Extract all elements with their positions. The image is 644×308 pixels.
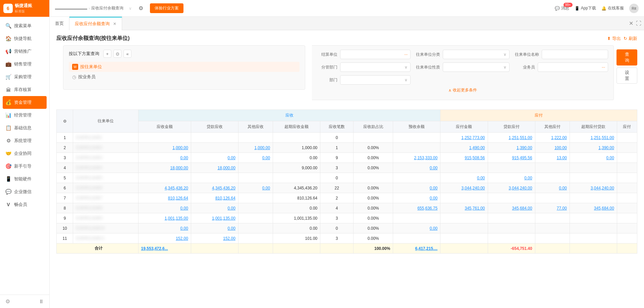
refresh-button[interactable]: ↻ 刷新	[624, 36, 637, 42]
dept-managed-input[interactable]: ∨	[340, 62, 411, 72]
settlement-unit-input[interactable]: ···	[340, 50, 411, 59]
sidebar-item-purchase[interactable]: 🛒 采购管理	[0, 71, 49, 83]
cell-num[interactable]: 0.00	[138, 153, 191, 163]
cell-num[interactable]: 0.00	[138, 203, 191, 213]
cell-num[interactable]: 915,508.56	[440, 153, 488, 163]
cell-advance[interactable]: 655,636.75	[393, 203, 440, 213]
online-service-btn[interactable]: 🔔 在线客服	[601, 5, 624, 11]
cell-num[interactable]: 345,684.00	[570, 203, 617, 213]
cell-num[interactable]: 1,251,551.00	[570, 133, 617, 143]
total-ar-advance[interactable]: 6,417,215....	[393, 244, 440, 254]
settings-bottom-icon[interactable]: ⚙	[5, 298, 10, 305]
cell-num[interactable]: 77.00	[535, 203, 570, 213]
cell-num[interactable]: 345,761.00	[440, 203, 488, 213]
close-window-icon[interactable]: ✕	[629, 20, 633, 27]
cell-num[interactable]: 13.00	[535, 153, 570, 163]
cell-num[interactable]: 1,490.00	[440, 143, 488, 153]
tab-home[interactable]: 首页	[50, 17, 69, 30]
cell-num[interactable]: 1,000.00	[238, 143, 273, 153]
sidebar-item-cooperation[interactable]: 🤝 企业协同	[0, 147, 49, 160]
cell-advance[interactable]: 0.00	[393, 193, 440, 203]
row-num: 3	[57, 153, 73, 163]
cell-advance[interactable]: 0.00	[393, 163, 440, 173]
setting-button[interactable]: 设置	[616, 68, 637, 84]
fullscreen-icon[interactable]: ⛶	[636, 20, 641, 27]
partner-name-input[interactable]	[542, 50, 608, 59]
tab-ar-balance[interactable]: 应收应付余额查询 ✕	[69, 17, 122, 30]
sidebar-item-smart-hw[interactable]: 📱 智能硬件	[0, 173, 49, 185]
cell-num[interactable]: 0.00	[488, 173, 535, 183]
cell-num[interactable]: 1,000.00	[138, 143, 191, 153]
tab-home-label: 首页	[55, 20, 64, 27]
cell-num[interactable]: 1,001,135.00	[138, 213, 191, 223]
cell-num[interactable]: 0.00	[238, 153, 273, 163]
vip-icon: V	[5, 202, 11, 207]
collapse-sidebar-icon[interactable]: ⏸	[39, 299, 44, 305]
export-button[interactable]: ⬆ 导出	[607, 36, 621, 42]
sidebar-item-quick-nav[interactable]: 🏠 快捷导航	[0, 32, 49, 45]
field-partner-name: 往来单位名称	[515, 50, 608, 59]
message-btn[interactable]: 💬 消息 99+	[555, 5, 569, 11]
cell-num[interactable]: 18,000.00	[138, 163, 191, 173]
salesman-input[interactable]: ···	[538, 62, 608, 72]
sidebar-item-wechat[interactable]: 💬 企业微信	[0, 185, 49, 198]
sidebar-item-guide[interactable]: 🎯 新手引导	[0, 160, 49, 173]
app-download-btn[interactable]: 📱 App下载	[575, 5, 596, 11]
gear-icon[interactable]: ⚙	[139, 5, 143, 11]
cell-num[interactable]: 0.00	[238, 183, 273, 193]
cell-num[interactable]: 0.00	[138, 223, 191, 233]
cell-num[interactable]: 345,684.00	[488, 203, 535, 213]
partner-nature-input[interactable]: ∨	[443, 62, 509, 72]
cell-num[interactable]: 810,126.64	[138, 193, 191, 203]
settings-scheme-btn[interactable]: ⊙	[113, 50, 121, 58]
partner-category-input[interactable]: ∨	[443, 50, 509, 59]
cell-num[interactable]: 152.00	[138, 233, 191, 244]
add-scheme-btn[interactable]: +	[103, 50, 111, 58]
sidebar-item-inventory[interactable]: 🏛 库存核算	[0, 83, 49, 96]
dept-input[interactable]: ∨	[340, 75, 411, 85]
user-avatar[interactable]: Rit	[629, 4, 639, 13]
cell-num[interactable]: 0.00	[570, 153, 617, 163]
sidebar-item-system[interactable]: ⚙ 系统管理	[0, 134, 49, 147]
cell-num[interactable]: 4,345,436.20	[138, 183, 191, 193]
query-button[interactable]: 查询	[616, 49, 637, 65]
cell-num[interactable]: 1,390.00	[570, 143, 617, 153]
cell-num[interactable]: 0.00	[535, 183, 570, 193]
total-ar-amount[interactable]: 19,553,472,6...	[138, 244, 191, 254]
table-settings-header[interactable]: ⚙	[57, 110, 73, 133]
cell-num[interactable]: 1,390.00	[488, 143, 535, 153]
cell-num[interactable]: 3,044,240.00	[488, 183, 535, 193]
sidebar-item-sales[interactable]: 💼 销售管理	[0, 58, 49, 71]
sidebar-item-finance[interactable]: 💰 资金管理	[3, 96, 47, 109]
scheme-by-company[interactable]: W 按往来单位	[69, 62, 300, 72]
sidebar-item-management[interactable]: 📊 经营管理	[0, 109, 49, 122]
cell-num[interactable]: 152.00	[191, 233, 238, 244]
cell-num[interactable]: 100.00	[535, 143, 570, 153]
cell-num[interactable]: 1,252,773.00	[440, 133, 488, 143]
cell-num[interactable]: 1,222.00	[535, 133, 570, 143]
cell-num[interactable]: 810,126.64	[191, 193, 238, 203]
cell-num[interactable]: 1,251,551.00	[488, 133, 535, 143]
collapse-scheme-btn[interactable]: «	[123, 50, 131, 58]
collapse-filter-btn[interactable]: ∧ 收起更多条件	[317, 85, 608, 96]
sidebar-item-basic-info[interactable]: 📋 基础信息	[0, 122, 49, 134]
tab-close-icon[interactable]: ✕	[113, 21, 116, 26]
cell-num[interactable]: 4,345,436.20	[191, 183, 238, 193]
cell-num[interactable]: 0.00	[191, 153, 238, 163]
cell-num[interactable]: 1,001,135.00	[191, 213, 238, 223]
cell-num[interactable]: 915,495.56	[488, 153, 535, 163]
cell-num[interactable]: 0.00	[191, 223, 238, 233]
sidebar-item-marketing[interactable]: 📢 营销推广	[0, 45, 49, 58]
cell-advance[interactable]: 0.00	[393, 183, 440, 193]
sidebar-item-search-menu[interactable]: 🔍 搜索菜单	[0, 19, 49, 32]
cell-num[interactable]: 3,044,240.00	[570, 183, 617, 193]
cell-advance[interactable]: 2,153,333.00	[393, 153, 440, 163]
promo-button[interactable]: 体验行业方案	[150, 3, 183, 13]
cell-num[interactable]: 0.00	[440, 173, 488, 183]
cell-num[interactable]: 18,000.00	[191, 163, 238, 173]
scheme-by-salesman[interactable]: ◷ 按业务员	[69, 72, 300, 82]
cell-num[interactable]: 3,044,240.00	[440, 183, 488, 193]
sidebar-item-vip[interactable]: V 畅会员	[0, 198, 49, 211]
cell-advance[interactable]: 0.00	[393, 223, 440, 233]
cell-num[interactable]: 0.00	[191, 203, 238, 213]
